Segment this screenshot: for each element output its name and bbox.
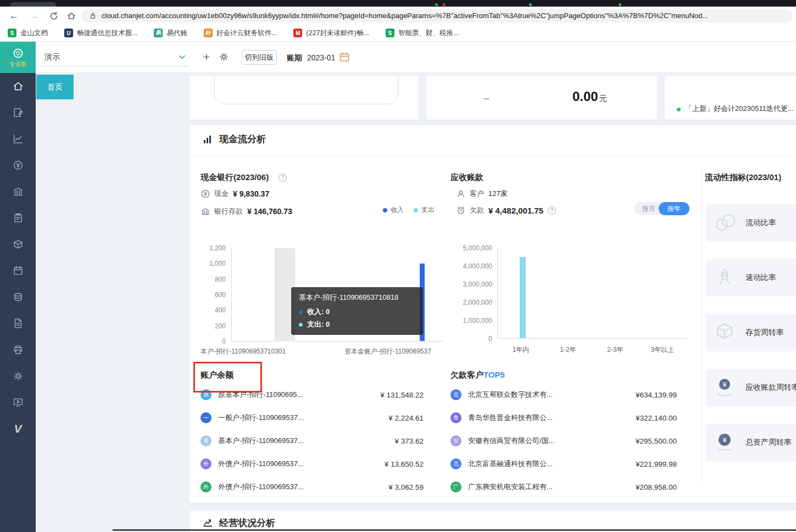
sidebar-item-checkout[interactable] bbox=[0, 231, 36, 257]
y-tick: 0 bbox=[201, 338, 226, 345]
account-name: 演示 bbox=[44, 52, 60, 62]
chart-plot-area[interactable] bbox=[497, 248, 687, 339]
sidebar-item-salary[interactable] bbox=[0, 284, 36, 310]
sidebar-item-funds[interactable] bbox=[0, 152, 36, 178]
debtor-row[interactable]: 北 北京富基融通科技有限公... ¥221,999.98 bbox=[450, 452, 677, 475]
printer-icon bbox=[12, 344, 24, 356]
legend-expense-dot bbox=[414, 208, 418, 212]
settings-button[interactable] bbox=[218, 51, 230, 63]
y-tick: 1,000 bbox=[201, 260, 226, 267]
sidebar-item-home[interactable] bbox=[0, 73, 36, 99]
debtor-name: 安徽有信商贸有限公司/国... bbox=[468, 436, 554, 446]
cash-bank-help-icon[interactable]: ? bbox=[279, 173, 287, 182]
tab-home-label: 首页 bbox=[47, 82, 63, 92]
chart-tooltip: 基本户-招行-110906953710818 收入: 0 支出: 0 bbox=[291, 287, 423, 335]
sidebar-item-brand-v[interactable]: V bbox=[0, 416, 36, 442]
debtor-avatar: 安 bbox=[450, 435, 461, 446]
legend-income[interactable]: 收入 bbox=[383, 205, 404, 215]
legend-expense[interactable]: 支出 bbox=[414, 205, 435, 215]
receivable-aging-chart[interactable]: 5,000,000 4,000,000 3,000,000 2,000,000 … bbox=[450, 243, 695, 359]
toggle-by-year[interactable]: 按年 bbox=[659, 202, 689, 215]
debt-help-icon[interactable]: ? bbox=[548, 206, 556, 215]
account-row[interactable]: 原 原基本户-招行-11090695... ¥ 131,548.22 bbox=[201, 383, 424, 406]
cash-row: 现金 ¥ 9,830.37 bbox=[201, 189, 269, 199]
gear-icon bbox=[12, 370, 24, 382]
account-balance: ¥ 2,224.61 bbox=[388, 414, 424, 422]
forward-button[interactable]: → bbox=[26, 8, 41, 23]
calendar-button[interactable] bbox=[339, 52, 349, 62]
amount-dash: -- bbox=[483, 93, 489, 103]
y-tick: 4,000,000 bbox=[450, 262, 492, 270]
tooltip-expense-row: 支出: 0 bbox=[299, 320, 415, 329]
sidebar-item-voucher[interactable] bbox=[0, 99, 36, 126]
account-balance: ¥ 3,062.59 bbox=[388, 483, 424, 491]
secure-lock-icon bbox=[89, 12, 97, 20]
sidebar-item-training[interactable] bbox=[0, 389, 36, 416]
url-bar[interactable]: cloud.chanjet.com/accounting/uw1eb00zy96… bbox=[81, 9, 793, 23]
aging-bar[interactable] bbox=[520, 257, 526, 338]
browser-active-tab[interactable] bbox=[10, 2, 56, 7]
scrolled-card-left bbox=[190, 76, 419, 120]
indicator-receivable-turnover[interactable]: ¥ 应收账款周转率 bbox=[706, 369, 796, 406]
top5-highlight: TOP5 bbox=[483, 370, 505, 380]
refresh-button[interactable] bbox=[46, 8, 61, 23]
sidebar-item-assets[interactable] bbox=[0, 178, 36, 205]
sidebar-item-invoices[interactable] bbox=[0, 257, 36, 284]
sidebar-item-print[interactable] bbox=[0, 337, 36, 363]
y-tick: 1,000,000 bbox=[450, 317, 492, 324]
debtor-name: 北京富基融通科技有限公... bbox=[468, 459, 553, 469]
bookmark-item[interactable]: 易 易代账 bbox=[154, 29, 187, 38]
bookmark-item[interactable]: U 畅捷通信息技术股... bbox=[64, 29, 137, 38]
y-tick: 2,000,000 bbox=[450, 299, 492, 306]
indicator-inventory-turnover[interactable]: 存货周转率 bbox=[706, 314, 796, 351]
app-logo[interactable]: 专业版 bbox=[0, 42, 36, 73]
indicator-label: 速动比率 bbox=[745, 273, 776, 283]
bookmark-item[interactable]: S 金山文档 bbox=[8, 29, 48, 38]
tooltip-title: 基本户-招行-110906953710818 bbox=[299, 293, 415, 303]
app-edition-label: 专业版 bbox=[9, 60, 27, 68]
indicator-quick-ratio[interactable]: 速动比率 bbox=[706, 259, 796, 296]
home-button[interactable] bbox=[64, 8, 79, 23]
taskbar-edge bbox=[113, 529, 796, 531]
bookmark-item[interactable]: 好 好会计云财务软件... bbox=[204, 29, 277, 38]
notice-card[interactable]: 「上新」好会计20230511迭代更... bbox=[665, 76, 796, 120]
period-value[interactable]: 2023-01 bbox=[307, 53, 335, 62]
tab-home[interactable]: 首页 bbox=[36, 75, 74, 99]
sidebar-item-settings[interactable] bbox=[0, 363, 36, 389]
x-tick: 2-3年 bbox=[592, 345, 639, 355]
y-tick: 200 bbox=[201, 322, 226, 330]
account-name: 外债户-招行-1109069537... bbox=[218, 482, 304, 492]
alarm-clock-icon bbox=[457, 206, 465, 215]
account-avatar: 外 bbox=[201, 458, 211, 469]
cash-bank-title: 现金银行(2023/06) bbox=[201, 172, 269, 183]
debtor-row[interactable]: 广 广东腾安机电安装工程有... ¥208,958.00 bbox=[450, 475, 677, 499]
x-tick: 资本金账户-招行-1109069537 bbox=[344, 347, 431, 356]
x-tick: 3年以上 bbox=[639, 345, 686, 355]
account-row[interactable]: 外 外债户-招行-1109069537... ¥ 3,062.59 bbox=[201, 475, 424, 499]
switch-old-version-button[interactable]: 切到旧版 bbox=[242, 50, 277, 65]
sidebar-item-documents[interactable] bbox=[0, 310, 36, 337]
debtor-amount: ¥221,999.98 bbox=[636, 460, 677, 468]
account-row[interactable]: 一 一般户-招行-1109069537... ¥ 2,224.61 bbox=[201, 406, 424, 429]
url-text[interactable]: cloud.chanjet.com/accounting/uw1eb00zy96… bbox=[102, 12, 708, 20]
sidebar-item-reports[interactable] bbox=[0, 126, 36, 152]
account-row[interactable]: 外 外债户-招行-1109069537... ¥ 13,650.52 bbox=[201, 452, 424, 475]
account-row[interactable]: 基 基本户-招行-1109069537... ¥ 373.62 bbox=[201, 429, 424, 452]
account-select[interactable]: 演示 bbox=[41, 48, 188, 66]
bookmark-item[interactable]: M (227封未读邮件)畅... bbox=[293, 29, 369, 38]
account-avatar: 基 bbox=[201, 435, 211, 446]
refresh-icon bbox=[49, 12, 58, 20]
scrolled-card-amount: -- 0.00 元 bbox=[426, 76, 657, 120]
add-account-set-button[interactable]: + bbox=[199, 49, 214, 65]
notice-text[interactable]: 「上新」好会计20230511迭代更... bbox=[685, 104, 794, 114]
debtor-row[interactable]: 安 安徽有信商贸有限公司/国... ¥295,500.00 bbox=[450, 429, 677, 452]
search-input[interactable] bbox=[214, 76, 398, 104]
browser-tab-strip[interactable] bbox=[0, 0, 796, 7]
sidebar-item-statements[interactable] bbox=[0, 205, 36, 231]
back-button[interactable]: ← bbox=[7, 8, 21, 23]
indicator-current-ratio[interactable]: 流动比率 bbox=[706, 204, 796, 242]
debtor-row[interactable]: 北 北京互帮联众数字技术有... ¥634,139.99 bbox=[450, 383, 677, 406]
bookmark-item[interactable]: S 智能票、财、税推... bbox=[386, 29, 459, 38]
debtor-row[interactable]: 青 青岛华胜普金科技有限公... ¥322,140.00 bbox=[450, 406, 677, 429]
indicator-asset-turnover[interactable]: ¥ 总资产周转率 bbox=[706, 424, 796, 461]
